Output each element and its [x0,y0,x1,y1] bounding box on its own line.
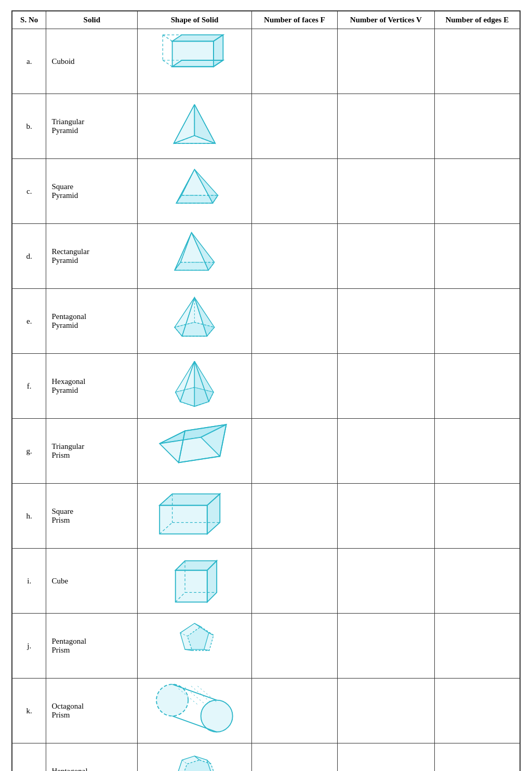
svg-point-72 [156,684,188,716]
row-vertices[interactable] [337,159,434,224]
row-shape-image [138,224,252,289]
row-sno: h. [12,484,46,549]
row-vertices[interactable] [337,354,434,419]
table-row: e.PentagonalPyramid [12,289,520,354]
row-edges[interactable] [434,94,520,159]
row-solid-name: PentagonalPyramid [46,289,138,354]
row-solid-name: RectangularPyramid [46,224,138,289]
row-edges[interactable] [434,743,520,772]
row-solid-name: SquarePyramid [46,159,138,224]
row-edges[interactable] [434,419,520,484]
table-row: i.Cube [12,549,520,614]
row-faces[interactable] [252,549,338,614]
header-faces: Number of faces F [252,11,338,29]
row-solid-name: HeptagonalPrism [46,743,138,772]
row-faces[interactable] [252,484,338,549]
row-sno: i. [12,549,46,614]
row-faces[interactable] [252,159,338,224]
main-table: S. No Solid Shape of Solid Number of fac… [11,10,521,771]
row-sno: e. [12,289,46,354]
row-sno: d. [12,224,46,289]
row-edges[interactable] [434,549,520,614]
row-solid-name: Cuboid [46,29,138,94]
row-edges[interactable] [434,289,520,354]
row-faces[interactable] [252,679,338,743]
svg-line-7 [163,60,172,67]
row-faces[interactable] [252,614,338,679]
row-shape-image [138,484,252,549]
row-solid-name: Cube [46,549,138,614]
row-solid-name: PentagonalPrism [46,614,138,679]
table-row: f.HexagonalPyramid [12,354,520,419]
table-wrapper: S. No Solid Shape of Solid Number of fac… [11,10,521,771]
row-edges[interactable] [434,614,520,679]
header-edges: Number of edges E [434,11,520,29]
table-row: a.Cuboid [12,29,520,94]
row-vertices[interactable] [337,549,434,614]
row-sno: f. [12,354,46,419]
row-faces[interactable] [252,224,338,289]
svg-line-4 [163,35,172,41]
row-solid-name: TriangularPrism [46,419,138,484]
table-row: h.SquarePrism [12,484,520,549]
row-vertices[interactable] [337,224,434,289]
row-shape-image [138,94,252,159]
row-faces[interactable] [252,419,338,484]
row-shape-image [138,354,252,419]
row-sno: a. [12,29,46,94]
row-solid-name: HexagonalPyramid [46,354,138,419]
row-vertices[interactable] [337,94,434,159]
row-vertices[interactable] [337,743,434,772]
row-shape-image [138,159,252,224]
row-shape-image [138,614,252,679]
row-vertices[interactable] [337,419,434,484]
row-faces[interactable] [252,743,338,772]
svg-rect-50 [159,506,207,534]
svg-point-71 [201,700,233,732]
row-edges[interactable] [434,159,520,224]
row-vertices[interactable] [337,29,434,94]
header-vertices: Number of Vertices V [337,11,434,29]
row-faces[interactable] [252,29,338,94]
row-faces[interactable] [252,94,338,159]
row-edges[interactable] [434,354,520,419]
row-shape-image [138,419,252,484]
header-solid: Solid [46,11,138,29]
row-vertices[interactable] [337,679,434,743]
row-faces[interactable] [252,289,338,354]
row-solid-name: OctagonalPrism [46,679,138,743]
svg-marker-47 [179,424,227,462]
header-shape: Shape of Solid [138,11,252,29]
row-sno: j. [12,614,46,679]
table-row: g.TriangularPrism [12,419,520,484]
row-edges[interactable] [434,29,520,94]
row-edges[interactable] [434,679,520,743]
table-row: l.HeptagonalPrism [12,743,520,772]
table-row: d.RectangularPyramid [12,224,520,289]
row-shape-image [138,549,252,614]
row-sno: l. [12,743,46,772]
svg-marker-3 [172,60,223,67]
row-shape-image [138,289,252,354]
row-shape-image [138,679,252,743]
row-vertices[interactable] [337,614,434,679]
row-solid-name: SquarePrism [46,484,138,549]
row-vertices[interactable] [337,484,434,549]
row-shape-image [138,29,252,94]
row-sno: k. [12,679,46,743]
row-sno: b. [12,94,46,159]
row-faces[interactable] [252,354,338,419]
header-sno: S. No [12,11,46,29]
row-shape-image [138,743,252,772]
table-row: c.SquarePyramid [12,159,520,224]
row-vertices[interactable] [337,289,434,354]
table-row: k.OctagonalPrism [12,679,520,743]
row-edges[interactable] [434,484,520,549]
row-solid-name: TriangularPyramid [46,94,138,159]
row-sno: c. [12,159,46,224]
table-row: b.TriangularPyramid [12,94,520,159]
row-edges[interactable] [434,224,520,289]
table-row: j.PentagonalPrism [12,614,520,679]
row-sno: g. [12,419,46,484]
